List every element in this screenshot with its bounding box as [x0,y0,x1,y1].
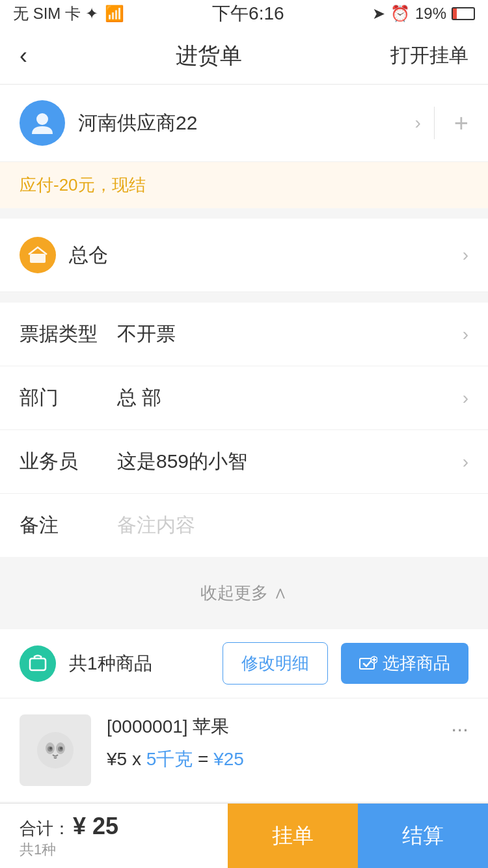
form-row-dept[interactable]: 部门 总 部 › [0,366,488,430]
supplier-row[interactable]: 河南供应商22 › + [0,85,488,162]
supplier-chevron-icon: › [414,113,420,133]
wifi-icon: 📶 [105,5,124,23]
open-hang-button[interactable]: 打开挂单 [390,42,468,69]
page-title: 进货单 [176,41,242,71]
form-row-remark[interactable]: 备注 备注内容 [0,494,488,557]
remark-label: 备注 [20,512,104,539]
payment-hint: 应付-20元，现结 [0,162,488,208]
warehouse-icon [20,237,56,273]
battery-label: 19% [415,5,446,23]
select-product-label: 选择商品 [383,652,450,675]
sim-label: 无 SIM 卡 ✦ [13,3,98,24]
status-left: 无 SIM 卡 ✦ 📶 [13,3,124,24]
salesperson-chevron-icon: › [463,452,468,472]
price-total: ¥25 [213,749,244,769]
supplier-avatar [20,100,65,146]
price-equals: = [193,749,213,769]
dept-chevron-icon: › [463,388,468,409]
total-count: 共1种 [20,840,208,860]
status-right: ➤ ⏰ 19% [372,5,475,23]
total-label: 合计： [20,817,70,840]
svg-point-12 [49,747,52,750]
warehouse-chevron-icon: › [463,245,468,265]
product-price: ¥5 x 5千克 = ¥25 [107,747,435,772]
status-bar: 无 SIM 卡 ✦ 📶 下午6:16 ➤ ⏰ 19% [0,0,488,27]
supplier-section: 河南供应商22 › + 应付-20元，现结 [0,85,488,208]
form-section: 票据类型 不开票 › 部门 总 部 › 业务员 这是859的小智 › 备注 备注… [0,303,488,557]
product-item: [0000001] 苹果 ¥5 x 5千克 = ¥25 ··· [0,699,488,802]
invoice-chevron-icon: › [463,324,468,345]
warehouse-row[interactable]: 总仓 › [0,219,488,292]
bottom-bar: 合计： ¥ 25 共1种 挂单 结算 [0,803,488,868]
product-count-label: 共1种商品 [69,651,210,676]
salesperson-label: 业务员 [20,448,104,475]
remark-placeholder: 备注内容 [104,512,468,539]
warehouse-section: 总仓 › [0,219,488,292]
checkout-button[interactable]: 结算 [358,804,488,868]
svg-point-13 [60,747,62,750]
collapse-label: 收起更多 ∧ [200,582,287,604]
edit-detail-button[interactable]: 修改明细 [223,642,328,685]
product-more-button[interactable]: ··· [451,714,468,741]
collapse-toggle[interactable]: 收起更多 ∧ [0,567,488,619]
nav-bar: ‹ 进货单 打开挂单 [0,27,488,85]
add-supplier-icon[interactable]: + [454,109,468,137]
product-thumbnail [20,714,91,786]
form-row-invoice[interactable]: 票据类型 不开票 › [0,303,488,366]
svg-point-7 [37,732,74,768]
total-amount: ¥ 25 [73,813,118,840]
invoice-value: 不开票 [104,321,463,347]
warehouse-name: 总仓 [69,242,463,269]
hang-button[interactable]: 挂单 [228,804,358,868]
svg-rect-1 [30,254,46,263]
svg-rect-2 [30,658,46,670]
dept-label: 部门 [20,385,104,411]
product-name: [0000001] 苹果 [107,714,435,739]
divider [434,107,435,139]
dept-value: 总 部 [104,385,463,411]
select-product-button[interactable]: 选择商品 [341,643,468,684]
invoice-label: 票据类型 [20,321,104,347]
back-button[interactable]: ‹ [20,42,27,70]
location-icon: ➤ [372,5,385,23]
status-time: 下午6:16 [212,1,284,26]
product-header: 共1种商品 修改明细 选择商品 [0,629,488,698]
total-section: 合计： ¥ 25 共1种 [0,804,228,868]
product-info: [0000001] 苹果 ¥5 x 5千克 = ¥25 [107,714,435,772]
salesperson-value: 这是859的小智 [104,448,463,475]
supplier-name: 河南供应商22 [78,110,414,137]
price-base: ¥5 x [107,749,146,769]
form-row-salesperson[interactable]: 业务员 这是859的小智 › [0,430,488,494]
alarm-icon: ⏰ [390,5,410,23]
svg-point-0 [36,113,48,125]
battery-icon [452,7,475,20]
price-qty: 5千克 [146,749,193,769]
product-count-icon [20,645,56,682]
